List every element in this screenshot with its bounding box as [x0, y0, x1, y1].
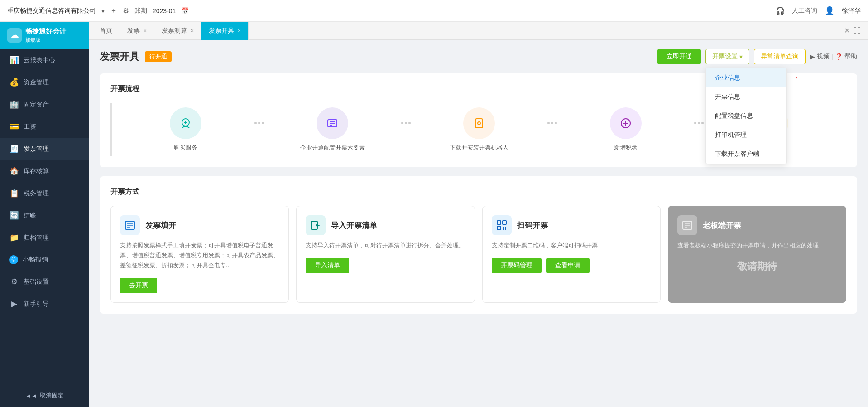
sidebar-item-report-sales[interactable]: © 小畅报销 — [0, 249, 89, 271]
svg-rect-27 — [505, 228, 506, 230]
fixed-assets-icon: 🏢 — [9, 100, 19, 109]
sidebar-bottom: ◄◄ 取消固定 — [0, 384, 89, 407]
settings-sidebar-icon: ⚙ — [9, 277, 19, 286]
svg-point-8 — [478, 122, 480, 125]
tab-home[interactable]: 首页 — [92, 22, 120, 40]
dropdown-item-printer[interactable]: 打印机管理 — [706, 126, 786, 145]
view-apply-button[interactable]: 查看申请 — [546, 258, 590, 273]
tab-invoice-calc[interactable]: 发票测算 × — [154, 22, 201, 40]
logo-text-group: 畅捷通好会计 旗舰版 — [25, 27, 66, 44]
import-list-button[interactable]: 导入清单 — [306, 258, 349, 273]
tab-invoice[interactable]: 发票 × — [120, 22, 154, 40]
top-bar-right: 🎧 人工咨询 👤 徐泽华 — [776, 6, 861, 16]
sidebar-item-invoice-mgmt[interactable]: 🧾 发票管理 — [0, 138, 89, 160]
process-dots-1 — [254, 122, 264, 124]
sidebar-item-salary[interactable]: 💳 工资 — [0, 116, 89, 138]
dropdown-item-download-client[interactable]: 下载开票客户端 — [706, 145, 786, 164]
method-card-icon-2 — [306, 215, 326, 235]
method-card-desc-1: 支持按照发票样式手工填开发票；可开具增值税电子普通发票、增值税普通发票、增值税专… — [120, 241, 279, 271]
go-invoice-button[interactable]: 去开票 — [120, 278, 157, 293]
process-step-2: 企业开通配置开票六要素 — [268, 107, 398, 152]
tab-invoice-issue[interactable]: 发票开具 × — [201, 22, 249, 40]
dropdown-item-tax-disk[interactable]: 配置税盘信息 — [706, 107, 786, 126]
video-label: 视频 — [817, 53, 830, 61]
svg-rect-21 — [497, 221, 501, 224]
method-card-icon-4 — [677, 215, 697, 235]
activate-button[interactable]: 立即开通 — [657, 49, 701, 64]
page-content: 发票开具 待开通 立即开通 开票设置 ▾ 企业信息 — [89, 40, 868, 407]
method-card-icon-1 — [120, 215, 140, 235]
sidebar-label-tax: 税务管理 — [24, 189, 49, 198]
cloud-report-icon: 📊 — [9, 55, 19, 65]
process-step-4: 新增税盘 — [561, 107, 691, 152]
human-consult[interactable]: 人工咨询 — [792, 7, 817, 15]
inventory-icon: 🏠 — [9, 166, 19, 176]
guide-icon: ▶ — [9, 299, 19, 309]
settings-chevron-icon: ▾ — [739, 53, 743, 60]
settings-icon[interactable]: ⚙ — [123, 6, 129, 15]
sidebar-item-cloud-report[interactable]: 📊 云报表中心 — [0, 49, 89, 71]
archive-icon: 📁 — [9, 233, 19, 242]
sidebar-label-report-sales: 小畅报销 — [23, 256, 48, 264]
sidebar-item-inventory[interactable]: 🏠 库存核算 — [0, 160, 89, 182]
user-name: 徐泽华 — [842, 7, 861, 15]
sidebar-item-guide[interactable]: ▶ 新手引导 — [0, 293, 89, 315]
settings-btn-container: 开票设置 ▾ 企业信息 → 开票信息 — [705, 49, 749, 64]
tab-invoice-calc-label: 发票测算 — [162, 27, 187, 35]
tax-icon: 📋 — [9, 189, 19, 198]
tab-expand-icon[interactable]: ⛶ — [854, 27, 861, 35]
dropdown-item-invoice-info[interactable]: 开票信息 — [706, 87, 786, 107]
sidebar-label-cloud-report: 云报表中心 — [24, 56, 55, 64]
sidebar-item-finance[interactable]: 💰 资金管理 — [0, 71, 89, 93]
salary-icon: 💳 — [9, 122, 19, 131]
invoice-methods-title: 开票方式 — [110, 187, 846, 197]
status-badge: 待开通 — [145, 51, 172, 62]
logo-sub: 旗舰版 — [25, 37, 66, 44]
tab-invoice-issue-close[interactable]: × — [238, 28, 241, 34]
method-card-scan-qr: 扫码开票 支持定制开票二维码，客户端可扫码开票 开票码管理 查看申请 — [482, 206, 661, 303]
period-label: 账期 — [134, 7, 147, 15]
settings-button[interactable]: 开票设置 ▾ — [705, 49, 749, 64]
dropdown-item-company-info[interactable]: 企业信息 → — [706, 68, 786, 87]
main-layout: ☁ 畅捷通好会计 旗舰版 📊 云报表中心 💰 资金管理 🏢 固定资产 💳 工资 … — [0, 22, 868, 407]
sidebar-label-fixed-assets: 固定资产 — [24, 101, 49, 109]
calendar-icon[interactable]: 📅 — [181, 7, 189, 15]
sidebar-label-archive: 归档管理 — [24, 234, 49, 242]
page-header: 发票开具 待开通 立即开通 开票设置 ▾ 企业信息 — [100, 49, 857, 64]
company-dropdown-icon[interactable]: ▾ — [101, 7, 105, 15]
process-label-3: 下载并安装开票机器人 — [450, 144, 508, 152]
sidebar-label-settings: 基础设置 — [24, 278, 49, 286]
tab-close-all-icon[interactable]: ✕ — [844, 26, 850, 35]
sidebar-unpin-label: 取消固定 — [40, 392, 63, 400]
method-card-header-2: 导入开票清单 — [306, 215, 465, 235]
process-step-1: 购买服务 — [121, 107, 251, 152]
add-icon[interactable]: ＋ — [110, 6, 117, 15]
anomaly-button[interactable]: 异常清单查询 — [754, 49, 806, 64]
page-header-right: 立即开通 开票设置 ▾ 企业信息 → — [657, 49, 857, 64]
video-button[interactable]: ▶ 视频 | ❓ 帮助 — [810, 53, 857, 61]
content-area: 首页 发票 × 发票测算 × 发票开具 × ✕ ⛶ 发票开具 — [89, 22, 868, 407]
sidebar-item-fixed-assets[interactable]: 🏢 固定资产 — [0, 93, 89, 116]
sidebar-label-settle: 结账 — [24, 212, 36, 220]
tab-invoice-close[interactable]: × — [144, 28, 147, 34]
tab-invoice-calc-close[interactable]: × — [191, 28, 194, 34]
sidebar-unpin-btn[interactable]: ◄◄ 取消固定 — [0, 388, 89, 403]
sidebar-item-settle[interactable]: 🔄 结账 — [0, 204, 89, 227]
method-card-title-3: 扫码开票 — [517, 220, 548, 231]
process-icon-4 — [610, 107, 642, 139]
method-card-title-4: 老板端开票 — [703, 220, 741, 231]
method-card-title-1: 发票填开 — [145, 220, 176, 231]
svg-rect-22 — [503, 221, 506, 224]
process-icon-1 — [170, 107, 201, 139]
qr-manage-button[interactable]: 开票码管理 — [492, 258, 542, 273]
logo-text: 畅捷通好会计 — [25, 27, 66, 36]
dropdown-company-info-label: 企业信息 — [715, 74, 740, 81]
sidebar-item-settings[interactable]: ⚙ 基础设置 — [0, 271, 89, 293]
process-step-3: 下载并安装开票机器人 — [414, 107, 544, 152]
method-cards: 发票填开 支持按照发票样式手工填开发票；可开具增值税电子普通发票、增值税普通发票… — [110, 206, 846, 303]
sidebar-item-archive[interactable]: 📁 归档管理 — [0, 227, 89, 249]
tab-bar: 首页 发票 × 发票测算 × 发票开具 × ✕ ⛶ — [89, 22, 868, 40]
sidebar-item-tax[interactable]: 📋 税务管理 — [0, 182, 89, 204]
tab-bar-right: ✕ ⛶ — [844, 26, 864, 35]
method-card-manual-fill: 发票填开 支持按照发票样式手工填开发票；可开具增值税电子普通发票、增值税普通发票… — [110, 206, 289, 303]
